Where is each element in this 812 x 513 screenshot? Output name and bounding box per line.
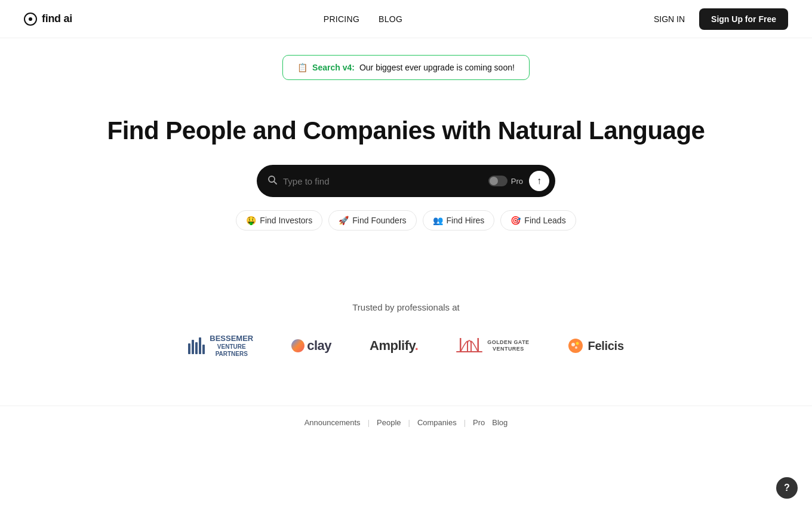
logo-text: find ai	[42, 13, 72, 25]
footer-pro[interactable]: Pro	[473, 418, 485, 427]
felicis-icon	[568, 338, 583, 354]
golden-gate-logo: Golden GateVentures	[456, 337, 529, 355]
trusted-label: Trusted by professionals at	[12, 302, 800, 312]
announcement-message: Our biggest ever upgrade is coming soon!	[359, 63, 515, 72]
svg-line-1	[274, 182, 276, 184]
help-button[interactable]: ?	[776, 477, 798, 499]
announcement-banner: 📋 Search v4: Our biggest ever upgrade is…	[282, 55, 530, 80]
investors-label: Find Investors	[260, 216, 312, 225]
svg-point-10	[575, 346, 577, 349]
pro-label: Pro	[511, 177, 523, 186]
hero-section: Find People and Companies with Natural L…	[0, 80, 812, 231]
sign-in-link[interactable]: SIGN IN	[654, 14, 685, 24]
filter-investors[interactable]: 🤑 Find Investors	[236, 210, 322, 231]
filter-leads[interactable]: 🎯 Find Leads	[500, 210, 576, 231]
hero-title: Find People and Companies with Natural L…	[107, 116, 705, 146]
search-input[interactable]	[283, 176, 482, 186]
footer-people[interactable]: People	[377, 418, 401, 427]
filter-founders[interactable]: 🚀 Find Founders	[328, 210, 416, 231]
hires-label: Find Hires	[447, 216, 485, 225]
clay-icon	[291, 339, 304, 352]
svg-rect-5	[460, 338, 462, 351]
pro-toggle[interactable]: Pro	[488, 176, 523, 186]
footer-sep-3: |	[464, 418, 466, 427]
toggle-knob	[490, 177, 498, 185]
search-submit-button[interactable]: ↑	[529, 171, 549, 191]
felicis-logo: Felicis	[568, 338, 624, 354]
investors-emoji: 🤑	[246, 216, 256, 225]
footer-companies[interactable]: Companies	[417, 418, 457, 427]
bessemer-text: Bessemer Venture Partners	[210, 334, 253, 358]
svg-rect-2	[456, 351, 482, 352]
nav-auth: SIGN IN Sign Up for Free	[654, 8, 788, 30]
leads-label: Find Leads	[524, 216, 565, 225]
svg-rect-6	[478, 338, 479, 351]
footer-links: Announcements | People | Companies | Pro…	[12, 418, 800, 427]
clay-text: clay	[307, 338, 331, 354]
nav-blog[interactable]: BLOG	[379, 14, 402, 24]
felicis-text: Felicis	[588, 339, 624, 353]
quick-filters: 🤑 Find Investors 🚀 Find Founders 👥 Find …	[236, 210, 576, 231]
search-icon	[267, 175, 277, 187]
navigation: find ai PRICING BLOG SIGN IN Sign Up for…	[0, 0, 812, 38]
announcement-icon: 📋	[297, 63, 307, 72]
amplify-text: Amplify.	[370, 338, 418, 354]
search-bar: Pro ↑	[257, 165, 555, 197]
nav-pricing[interactable]: PRICING	[324, 14, 359, 24]
svg-point-9	[576, 342, 579, 345]
footer-sep-1: |	[368, 418, 370, 427]
logo-dot-icon	[29, 17, 32, 21]
svg-rect-4	[470, 342, 472, 351]
footer-blog[interactable]: Blog	[492, 418, 508, 427]
svg-rect-3	[467, 342, 468, 351]
filter-hires[interactable]: 👥 Find Hires	[423, 210, 495, 231]
pro-toggle-switch[interactable]	[488, 176, 508, 186]
partner-logos: Bessemer Venture Partners clay Amplify.	[12, 334, 800, 358]
svg-point-8	[571, 343, 575, 346]
logo[interactable]: find ai	[24, 13, 72, 26]
ggv-icon	[456, 337, 482, 355]
bessemer-logo: Bessemer Venture Partners	[188, 334, 253, 358]
founders-label: Find Founders	[352, 216, 406, 225]
svg-point-7	[568, 339, 583, 353]
clay-logo: clay	[291, 338, 331, 354]
footer-sep-2: |	[408, 418, 410, 427]
nav-links: PRICING BLOG	[324, 14, 402, 24]
amplify-logo: Amplify.	[370, 338, 418, 354]
leads-emoji: 🎯	[510, 216, 521, 225]
trusted-section: Trusted by professionals at Bessemer Ven…	[0, 302, 812, 382]
footer-announcements[interactable]: Announcements	[304, 418, 361, 427]
bessemer-icon	[188, 337, 205, 354]
founders-emoji: 🚀	[339, 216, 349, 225]
hires-emoji: 👥	[433, 216, 443, 225]
logo-circle-icon	[24, 13, 37, 26]
sign-up-button[interactable]: Sign Up for Free	[699, 8, 788, 30]
ggv-text: Golden GateVentures	[487, 339, 529, 353]
footer: Announcements | People | Companies | Pro…	[0, 406, 812, 439]
announcement-label: Search v4:	[312, 63, 355, 72]
arrow-up-icon: ↑	[537, 176, 542, 186]
